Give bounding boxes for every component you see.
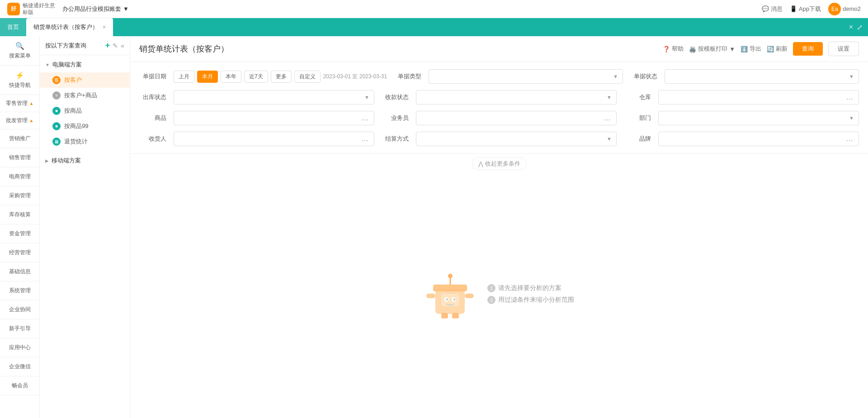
tab-bar-actions: × ⤢ (849, 23, 868, 32)
scheme-item-by-customer-goods[interactable]: ≡ 按客户+商品 (40, 88, 130, 103)
scheme-customer-goods-icon: ≡ (52, 91, 61, 100)
collapse-label: 收起更多条件 (485, 160, 520, 168)
scheme-item-by-goods[interactable]: ■ 按商品 (40, 103, 130, 119)
scheme-add-button[interactable]: + (105, 41, 110, 50)
sidebar-item-search[interactable]: 🔍 搜索菜单 (0, 36, 39, 66)
scheme-item-by-customer[interactable]: 客 按客户 (40, 72, 130, 88)
user-profile[interactable]: Ea demo2 (828, 3, 861, 15)
window-close-button[interactable]: × (849, 23, 853, 31)
sidebar-item-inventory[interactable]: 库存核算 (0, 205, 39, 224)
sidebar-item-purchase[interactable]: 采购管理 (0, 186, 39, 205)
workspace-dropdown-arrow-icon: ▼ (123, 5, 129, 12)
scheme-customer-label: 按客户 (64, 76, 82, 84)
refresh-icon: 🔄 (767, 46, 774, 52)
filter-row-3: 商品 … 业务员 … 部门 ▼ (139, 111, 859, 125)
sidebar-item-operations[interactable]: 经营管理 (0, 243, 39, 262)
scheme-return-label: 退货统计 (64, 138, 88, 146)
app-download-button[interactable]: 📱 App下载 (790, 5, 821, 13)
goods-select[interactable]: … (174, 111, 374, 125)
sidebar-item-basic[interactable]: 基础信息 (0, 262, 39, 281)
payment-status-select[interactable]: ▼ (416, 90, 617, 104)
empty-text: 1 请先选择要分析的方案 2 用过滤条件来缩小分析范围 (487, 284, 574, 308)
brand-label: 品牌 (624, 135, 651, 143)
date-btn-last-month[interactable]: 上月 (174, 71, 194, 83)
page-header: 销货单统计表（按客户） ❓ 帮助 🖨️ 按模板打印 ▼ ⬇️ (130, 36, 868, 62)
sidebar-item-retail[interactable]: 零售管理 (0, 95, 39, 112)
scheme-mobile-group-title[interactable]: ▶ 移动端方案 (40, 153, 130, 168)
svg-rect-1 (433, 285, 467, 291)
date-btn-this-month[interactable]: 本月 (197, 71, 218, 83)
scheme-desktop-group-title[interactable]: ▼ 电脑端方案 (40, 57, 130, 72)
brand-dots: … (846, 135, 854, 143)
sidebar-item-member[interactable]: 畅会员 (0, 376, 39, 395)
sidebar-item-finance[interactable]: 资金管理 (0, 224, 39, 243)
sidebar-item-marketing[interactable]: 营销推广 (0, 129, 39, 148)
step1-icon: 1 (487, 284, 495, 292)
settings-button[interactable]: 设置 (828, 42, 859, 56)
collapse-button[interactable]: ⋀ 收起更多条件 (472, 157, 526, 170)
inventory-label: 库存核算 (9, 211, 31, 218)
scheme-mobile-group: ▶ 移动端方案 (40, 151, 130, 170)
export-button[interactable]: ⬇️ 导出 (741, 45, 761, 53)
ship-status-select[interactable]: ▼ (174, 90, 374, 104)
scheme-collapse-button[interactable]: « (121, 42, 124, 49)
workspace-selector[interactable]: 办公用品行业模拟账套 ▼ (59, 3, 132, 15)
workspace-label: 办公用品行业模拟账套 (62, 5, 121, 13)
export-icon: ⬇️ (741, 46, 748, 52)
salesperson-select[interactable]: … (416, 111, 617, 125)
date-btn-more[interactable]: 更多 (271, 71, 292, 83)
sidebar-quicknav-label: 快捷导航 (9, 81, 31, 89)
svg-rect-12 (452, 313, 459, 318)
sidebar-item-guide[interactable]: 新手引导 (0, 319, 39, 338)
print-button[interactable]: 🖨️ 按模板打印 ▼ (689, 45, 735, 53)
user-name-label: demo2 (843, 5, 861, 12)
sidebar-item-quicknav[interactable]: ⚡ 快捷导航 (0, 66, 39, 95)
scheme-goods99-label: 按商品99 (64, 122, 88, 130)
date-btn-this-year[interactable]: 本年 (221, 71, 241, 83)
marketing-label: 营销推广 (9, 135, 31, 142)
goods-label: 商品 (139, 114, 166, 122)
sidebar-item-enterprise[interactable]: 企业协同 (0, 300, 39, 319)
sidebar-item-wechat[interactable]: 企业微信 (0, 357, 39, 376)
query-button[interactable]: 查询 (793, 42, 823, 56)
doc-type-dropdown-icon: ▼ (613, 74, 618, 79)
print-dropdown-icon: ▼ (729, 46, 735, 52)
date-btn-7days[interactable]: 近7天 (244, 71, 268, 83)
tab-close-button[interactable]: × (103, 24, 106, 30)
sidebar-item-appstore[interactable]: 应用中心 (0, 338, 39, 357)
collapse-up-icon: ⋀ (478, 161, 483, 167)
avatar: Ea (828, 3, 841, 15)
doc-status-label: 单据状态 (630, 72, 657, 81)
recipient-select[interactable]: … (174, 132, 374, 146)
warehouse-select[interactable]: … (658, 90, 859, 104)
sidebar-item-wholesale[interactable]: 批发管理 (0, 112, 39, 129)
brand-select[interactable]: … (658, 132, 859, 146)
doc-status-select[interactable]: ▼ (665, 69, 859, 84)
print-label: 按模板打印 (698, 45, 727, 53)
tab-sales-stats[interactable]: 销货单统计表（按客户） × (26, 18, 113, 36)
sidebar-item-system[interactable]: 系统管理 (0, 281, 39, 300)
scheme-item-return-stats[interactable]: ▦ 退货统计 (40, 134, 130, 149)
tab-bar: 首页 销货单统计表（按客户） × × ⤢ (0, 18, 868, 36)
date-selector: 上月 本月 本年 近7天 更多 自定义 2023-03-01 至 2023-03… (174, 71, 387, 83)
page-title-row: 销货单统计表（按客户） ❓ 帮助 🖨️ 按模板打印 ▼ ⬇️ (139, 42, 859, 56)
sidebar-item-ecommerce[interactable]: 电商管理 (0, 167, 39, 186)
sidebar-item-sales[interactable]: 销售管理 (0, 148, 39, 167)
help-button[interactable]: ❓ 帮助 (663, 45, 684, 53)
department-select[interactable]: ▼ (658, 111, 859, 125)
refresh-button[interactable]: 🔄 刷新 (767, 45, 788, 53)
window-restore-button[interactable]: ⤢ (857, 23, 863, 32)
ship-status-label: 出库状态 (139, 93, 166, 101)
logo-area: 好 畅捷通好生意 标版 (7, 2, 55, 15)
filter-row-2: 出库状态 ▼ 收款状态 ▼ 仓库 … (139, 90, 859, 104)
message-button[interactable]: 💬 消息 (762, 5, 783, 13)
settlement-select[interactable]: ▼ (416, 132, 617, 146)
tab-home[interactable]: 首页 (0, 18, 26, 36)
date-btn-custom[interactable]: 自定义 (294, 71, 321, 83)
empty-state: 1 请先选择要分析的方案 2 用过滤条件来缩小分析范围 (130, 174, 868, 418)
svg-point-8 (448, 274, 453, 278)
scheme-edit-button[interactable]: ✎ (113, 42, 118, 49)
scheme-item-by-goods-99[interactable]: ■ 按商品99 (40, 119, 130, 134)
doc-type-select[interactable]: ▼ (429, 69, 623, 84)
collapse-row: ⋀ 收起更多条件 (130, 153, 868, 174)
